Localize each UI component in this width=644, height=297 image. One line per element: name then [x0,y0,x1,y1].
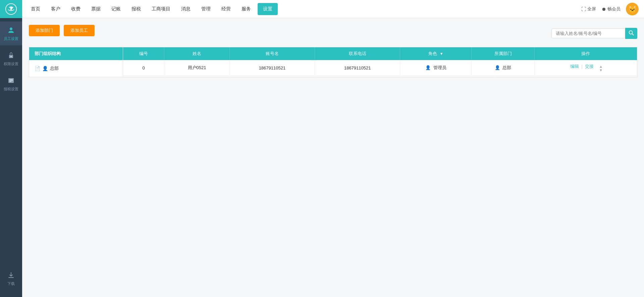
role-user-icon: 👤 [425,65,431,70]
nav-settings[interactable]: 设置 [258,3,278,15]
nav-business[interactable]: 工商项目 [146,0,176,18]
col-phone: 联系电话 [315,47,400,60]
add-employee-button[interactable]: 添加员工 [64,25,95,36]
nav-operation[interactable]: 经营 [216,0,236,18]
employee-table: 编号 姓名 账号名 联系电话 角色 ▼ 所属部门 操作 [123,47,637,77]
content-area: 添加部门 添加员工 部门组织结构 📄 [22,18,644,297]
sidebar: 员工设置 权限设置 报税设置 [0,18,22,297]
vip-btn[interactable]: ⏺ 畅会员 [601,6,621,12]
tax-settings-icon [6,76,16,85]
sidebar-item-tax-settings[interactable]: 报税设置 [0,72,22,96]
sidebar-tax-label: 报税设置 [4,87,18,92]
svg-point-4 [11,56,12,57]
cell-account: 18679110521 [229,60,315,76]
col-role-label: 角色 [428,51,437,56]
download-icon [6,270,16,280]
vip-icon: ⏺ [601,6,606,12]
cell-dept: 👤 总部 [472,60,534,76]
permission-icon [6,51,16,60]
cell-action: 编辑 | 交接 ▲ ▼ [534,60,637,76]
dept-tree-header: 部门组织结构 [29,47,123,60]
dept-tree-body: 📄 👤 总部 [29,60,123,77]
dept-tree: 部门组织结构 📄 👤 总部 [29,47,123,77]
sidebar-permission-label: 权限设置 [4,61,18,66]
col-account: 账号名 [229,47,315,60]
col-role: 角色 ▼ [400,47,472,60]
scroll-down-arrow[interactable]: ▼ [599,68,603,72]
vip-label: 畅会员 [607,6,621,12]
action-buttons: 添加部门 添加员工 [29,25,95,36]
col-action: 操作 [534,47,637,60]
fullscreen-label: 全屏 [587,6,596,12]
col-name: 姓名 [164,47,229,60]
sidebar-item-permission[interactable]: 权限设置 [0,47,22,70]
svg-point-2 [10,28,12,30]
search-bar [551,28,637,39]
employee-icon [6,26,16,35]
svg-point-1 [10,8,12,10]
cell-role: 👤 管理员 [400,60,472,76]
search-input[interactable] [551,29,625,38]
logo-icon [5,3,17,15]
col-dept: 所属部门 [472,47,534,60]
table-row: 0 用户0521 18679110521 18679110521 👤 管理员 👤… [123,60,637,76]
content-header: 添加部门 添加员工 [29,25,637,42]
nav-billing[interactable]: 收费 [66,0,86,18]
nav-customer[interactable]: 客户 [46,0,66,18]
nav-accounting[interactable]: 记账 [106,0,126,18]
nav-right: ⛶ 全屏 ⏺ 畅会员 🐱 [581,3,644,15]
fullscreen-icon: ⛶ [581,6,586,12]
table-header-row: 编号 姓名 账号名 联系电话 角色 ▼ 所属部门 操作 [123,47,637,60]
sidebar-item-employee[interactable]: 员工设置 [0,21,22,45]
nav-invoice[interactable]: 票据 [86,0,106,18]
nav-service[interactable]: 服务 [236,0,256,18]
dept-label: 总部 [502,65,511,70]
main-layout: 员工设置 权限设置 报税设置 [0,18,644,297]
nav-items: 首页 客户 收费 票据 记账 报税 工商项目 消息 管理 经营 服务 设置 [22,0,581,18]
dept-tree-label: 总部 [50,65,59,71]
cell-name: 用户0521 [164,60,229,76]
sidebar-employee-label: 员工设置 [4,36,18,41]
scroll-arrows: ▲ ▼ [599,65,603,72]
edit-link[interactable]: 编辑 [570,64,579,69]
add-dept-button[interactable]: 添加部门 [29,25,60,36]
nav-tax[interactable]: 报税 [126,0,146,18]
search-button[interactable] [625,28,637,39]
role-label: 管理员 [433,65,446,70]
fullscreen-btn[interactable]: ⛶ 全屏 [581,6,596,12]
avatar[interactable]: 🐱 [626,3,639,15]
dept-tree-item-root[interactable]: 📄 👤 总部 [29,63,123,74]
cell-id: 0 [123,60,164,76]
top-navigation: 首页 客户 收费 票据 记账 报税 工商项目 消息 管理 经营 服务 设置 ⛶ … [0,0,644,18]
transfer-link[interactable]: 交接 [585,64,594,69]
filter-icon[interactable]: ▼ [440,52,443,56]
svg-line-11 [632,34,634,35]
user-dept-icon: 👤 [42,66,48,71]
search-icon [629,30,634,36]
col-id: 编号 [123,47,164,60]
sidebar-item-download[interactable]: 下载 [0,266,22,290]
logo [0,0,22,18]
cell-phone: 18679110521 [315,60,400,76]
file-icon: 📄 [35,66,40,71]
nav-message[interactable]: 消息 [176,0,196,18]
nav-management[interactable]: 管理 [196,0,216,18]
nav-home[interactable]: 首页 [25,0,46,18]
table-container: 部门组织结构 📄 👤 总部 编号 姓名 账号名 [29,47,637,77]
sidebar-download-label: 下载 [7,281,15,286]
action-separator: | [581,64,582,69]
dept-user-icon: 👤 [495,65,500,70]
